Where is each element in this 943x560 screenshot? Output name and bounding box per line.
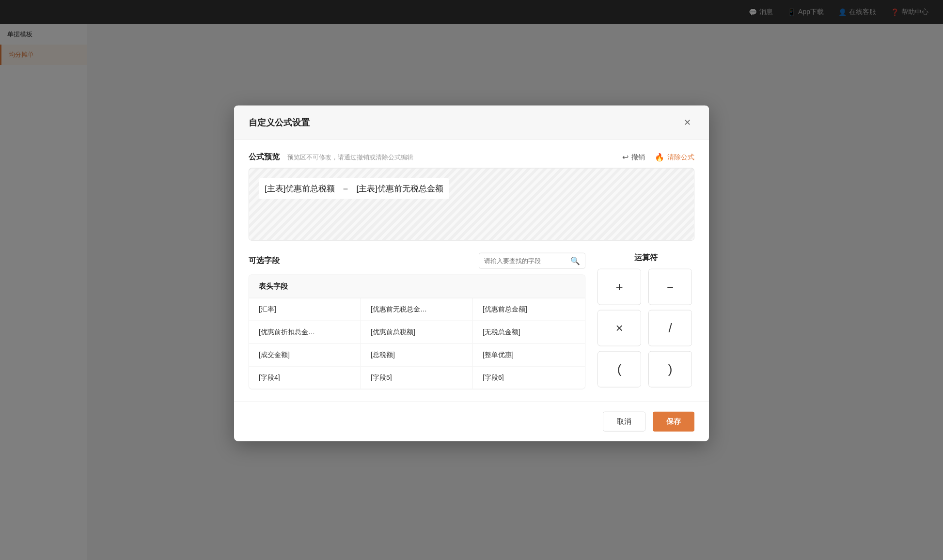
op-divide-button[interactable]: / — [648, 310, 692, 346]
formula-header: 公式预览 预览区不可修改，请通过撤销或清除公式编辑 ↩ 撤销 🔥 清除公式 — [249, 152, 694, 162]
search-input[interactable] — [484, 257, 566, 264]
op-multiply-button[interactable]: × — [597, 310, 641, 346]
fields-table-body[interactable]: [汇率] [优惠前无税总金… [优惠前总金额] [优惠前折扣总金… [优惠前总税… — [249, 298, 585, 389]
dialog-close-button[interactable]: ✕ — [680, 115, 694, 130]
field-cell-pretax-total[interactable]: [优惠前总金额] — [473, 298, 585, 321]
search-box[interactable]: 🔍 — [479, 253, 585, 269]
table-row: [成交金额] [总税额] [整单优惠] — [249, 344, 585, 367]
field-cell-notax-total[interactable]: [无税总金额] — [473, 321, 585, 343]
main-content-area: 可选字段 🔍 表头字段 [汇率] [优惠前无税总金… [优惠前总 — [249, 253, 694, 389]
op-plus-button[interactable]: + — [597, 269, 641, 305]
undo-icon: ↩ — [622, 153, 629, 162]
field-cell-4[interactable]: [字段4] — [249, 367, 361, 389]
formula-preview-section: 公式预览 预览区不可修改，请通过撤销或清除公式编辑 ↩ 撤销 🔥 清除公式 — [249, 152, 694, 241]
field-cell-order-discount[interactable]: [整单优惠] — [473, 344, 585, 366]
field-cell-pretax-discount[interactable]: [优惠前折扣总金… — [249, 321, 361, 343]
dialog-footer: 取消 保存 — [234, 402, 709, 441]
clear-icon: 🔥 — [655, 153, 664, 162]
table-row: [字段4] [字段5] [字段6] — [249, 367, 585, 389]
fields-section: 可选字段 🔍 表头字段 [汇率] [优惠前无税总金… [优惠前总 — [249, 253, 585, 389]
formula-label-row: 公式预览 预览区不可修改，请通过撤销或清除公式编辑 — [249, 152, 413, 162]
field-cell-6[interactable]: [字段6] — [473, 367, 585, 389]
search-icon: 🔍 — [570, 256, 580, 265]
formula-expression: [主表]优惠前总税额 － [主表]优惠前无税总金额 — [259, 178, 449, 199]
fields-label: 可选字段 — [249, 256, 280, 266]
op-left-paren-button[interactable]: ( — [597, 351, 641, 388]
formula-hint: 预览区不可修改，请通过撤销或清除公式编辑 — [287, 153, 413, 161]
field-cell-pretax-tax[interactable]: [优惠前总税额] — [361, 321, 473, 343]
op-minus-button[interactable]: － — [648, 269, 692, 305]
operators-label: 运算符 — [597, 253, 694, 263]
fields-table-header: 表头字段 — [249, 275, 585, 298]
undo-label: 撤销 — [631, 153, 645, 161]
fields-header: 可选字段 🔍 — [249, 253, 585, 269]
field-cell-deal-amount[interactable]: [成交金额] — [249, 344, 361, 366]
undo-button[interactable]: ↩ 撤销 — [622, 153, 645, 162]
formula-term1: [主表]优惠前总税额 — [265, 183, 335, 194]
table-row: [汇率] [优惠前无税总金… [优惠前总金额] — [249, 298, 585, 321]
clear-formula-button[interactable]: 🔥 清除公式 — [655, 153, 694, 162]
fields-table: 表头字段 [汇率] [优惠前无税总金… [优惠前总金额] [优惠前折扣总金… [… — [249, 275, 585, 389]
field-cell-5[interactable]: [字段5] — [361, 367, 473, 389]
op-right-paren-button[interactable]: ) — [648, 351, 692, 388]
dialog-body: 公式预览 预览区不可修改，请通过撤销或清除公式编辑 ↩ 撤销 🔥 清除公式 — [234, 140, 709, 402]
table-group-label: 表头字段 — [259, 282, 288, 290]
operators-grid: + － × / ( ) — [597, 269, 694, 388]
field-cell-total-tax[interactable]: [总税额] — [361, 344, 473, 366]
formula-actions: ↩ 撤销 🔥 清除公式 — [622, 153, 694, 162]
field-cell-pretax-no-tax[interactable]: [优惠前无税总金… — [361, 298, 473, 321]
field-cell-rate[interactable]: [汇率] — [249, 298, 361, 321]
cancel-button[interactable]: 取消 — [603, 412, 645, 432]
formula-preview-label: 公式预览 — [249, 152, 280, 162]
custom-formula-dialog: 自定义公式设置 ✕ 公式预览 预览区不可修改，请通过撤销或清除公式编辑 ↩ 撤销… — [234, 106, 709, 441]
operators-section: 运算符 + － × / ( ) — [597, 253, 694, 388]
formula-preview-box: [主表]优惠前总税额 － [主表]优惠前无税总金额 — [249, 168, 694, 241]
save-button[interactable]: 保存 — [653, 412, 694, 432]
formula-term2: [主表]优惠前无税总金额 — [356, 183, 443, 194]
clear-label: 清除公式 — [667, 153, 694, 161]
table-row: [优惠前折扣总金… [优惠前总税额] [无税总金额] — [249, 321, 585, 344]
dialog-header: 自定义公式设置 ✕ — [234, 106, 709, 140]
dialog-title: 自定义公式设置 — [249, 117, 310, 128]
formula-operator: － — [341, 182, 350, 195]
